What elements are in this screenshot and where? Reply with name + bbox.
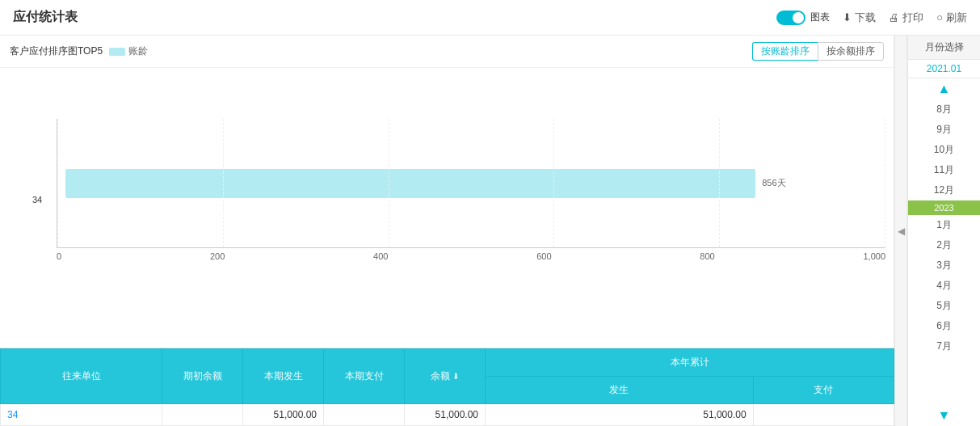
- sidebar-month-item[interactable]: 2月: [908, 235, 980, 255]
- sidebar-month-item[interactable]: 5月: [908, 296, 980, 316]
- chart-toggle-label: 图表: [810, 11, 830, 24]
- sidebar-up-button[interactable]: ▲: [908, 78, 980, 99]
- sidebar-month-item[interactable]: 4月: [908, 276, 980, 296]
- x-label-1000: 1,000: [863, 251, 885, 261]
- td-opening: [162, 404, 243, 426]
- sidebar-down-button[interactable]: ▼: [908, 405, 980, 426]
- page-title: 应付统计表: [13, 9, 78, 26]
- bar-row: 856天: [65, 169, 877, 198]
- chart-legend: 客户应付排序图TOP5 账龄: [10, 44, 148, 58]
- sidebar-month-item[interactable]: 12月: [908, 180, 980, 200]
- x-label-0: 0: [57, 251, 61, 261]
- download-label: 下载: [855, 11, 876, 25]
- td-period-pay: [324, 404, 405, 426]
- sort-by-amount-button[interactable]: 按账龄排序: [752, 42, 818, 61]
- refresh-button[interactable]: ○ 刷新: [936, 11, 967, 25]
- bar-chart-bar: [65, 169, 755, 198]
- sidebar-year-input[interactable]: [908, 60, 980, 78]
- sidebar-header-label: 月份选择: [908, 36, 980, 60]
- sidebar-month-item[interactable]: 9月: [908, 120, 980, 140]
- chart-container: 34: [0, 68, 894, 348]
- th-annual-pay: 支付: [753, 377, 894, 404]
- sidebar-year-badge[interactable]: 2023: [908, 200, 980, 215]
- sort-by-balance-button[interactable]: 按余额排序: [818, 42, 884, 61]
- legend-label-age: 账龄: [128, 44, 148, 58]
- x-axis-labels: 0 200 400 600 800 1,000: [57, 251, 885, 261]
- bar-y-label: 34: [32, 195, 42, 205]
- print-icon: 🖨: [889, 11, 899, 23]
- th-period-occur: 本期发生: [243, 349, 324, 404]
- legend-color-age: [109, 48, 125, 56]
- th-period-pay: 本期支付: [324, 349, 405, 404]
- x-label-400: 400: [373, 251, 388, 261]
- td-annual-pay: [753, 404, 894, 426]
- th-opening-balance: 期初余额: [162, 349, 243, 404]
- chart-sort-buttons: 按账龄排序 按余额排序: [752, 42, 884, 61]
- print-button[interactable]: 🖨 打印: [889, 11, 923, 25]
- sidebar-month-item[interactable]: 11月: [908, 160, 980, 180]
- bar-end-label: 856天: [762, 177, 785, 189]
- x-label-800: 800: [700, 251, 714, 261]
- th-annual-occur: 发生: [486, 377, 754, 404]
- collapse-icon: ◀: [898, 226, 905, 237]
- th-annual-group: 本年累计: [486, 349, 894, 377]
- sidebar-month-item[interactable]: 8月: [908, 99, 980, 120]
- td-unit: 34: [1, 404, 162, 426]
- x-label-600: 600: [536, 251, 551, 261]
- td-balance: 51,000.00: [405, 404, 486, 426]
- up-arrow-icon: ▲: [938, 82, 951, 95]
- data-table-section: 往来单位 期初余额 本期发生 本期支付 余额 ⬇ 本年累计 发生: [0, 348, 894, 426]
- header-actions: 图表 ⬇ 下载 🖨 打印 ○ 刷新: [776, 11, 967, 25]
- sidebar-month-item[interactable]: 7月: [908, 336, 980, 356]
- unit-link[interactable]: 34: [7, 409, 18, 420]
- refresh-label: 刷新: [946, 11, 967, 25]
- download-icon: ⬇: [843, 11, 852, 23]
- summary-table: 往来单位 期初余额 本期发生 本期支付 余额 ⬇ 本年累计 发生: [0, 348, 894, 426]
- sidebar-month-item[interactable]: 10月: [908, 140, 980, 160]
- legend-title: 客户应付排序图TOP5: [10, 44, 103, 58]
- refresh-icon: ○: [936, 11, 943, 23]
- x-label-200: 200: [210, 251, 225, 261]
- sidebar-month-item[interactable]: 1月: [908, 215, 980, 235]
- table-row: 34 51,000.00 51,000.00 51,000.00: [1, 404, 894, 426]
- legend-item-age: 账龄: [109, 44, 148, 58]
- down-arrow-icon: ▼: [938, 408, 951, 422]
- th-unit: 往来单位: [1, 349, 162, 404]
- chart-toolbar: 客户应付排序图TOP5 账龄 按账龄排序 按余额排序: [0, 36, 894, 68]
- td-period-occur: 51,000.00: [243, 404, 324, 426]
- sidebar-month-item[interactable]: 3月: [908, 255, 980, 276]
- month-selector-sidebar: 月份选择 ▲ 8月 9月 10月 11月 12月 2023 1月 2月 3月 4…: [907, 36, 980, 426]
- sidebar-month-list: 8月 9月 10月 11月 12月 2023 1月 2月 3月 4月 5月 6月…: [908, 99, 980, 405]
- th-balance: 余额 ⬇: [405, 349, 486, 404]
- chart-toggle[interactable]: [776, 11, 805, 25]
- sidebar-collapse-button[interactable]: ◀: [894, 36, 907, 426]
- chart-toggle-wrap[interactable]: 图表: [776, 11, 830, 25]
- balance-icon: ⬇: [452, 372, 459, 381]
- download-button[interactable]: ⬇ 下载: [843, 11, 876, 25]
- sidebar-month-item[interactable]: 6月: [908, 316, 980, 336]
- print-label: 打印: [902, 11, 923, 25]
- td-annual-occur: 51,000.00: [486, 404, 754, 426]
